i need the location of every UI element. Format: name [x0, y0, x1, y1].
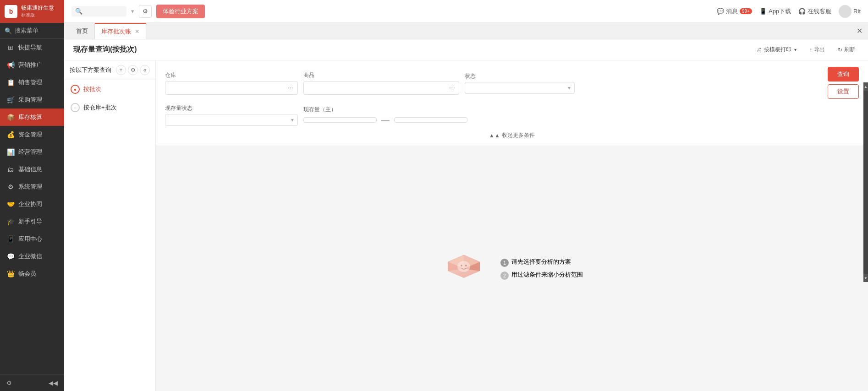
sidebar-item-quick-nav[interactable]: ⊞ 快捷导航 — [0, 39, 64, 56]
gear-icon: ⚙ — [143, 8, 148, 15]
plan-label: 按仓库+批次 — [83, 103, 117, 112]
online-service-button[interactable]: 🎧 在线客服 — [798, 7, 831, 16]
stock-qty-max-input[interactable] — [394, 117, 467, 123]
sidebar: b 畅康通好生意 标准版 🔍 搜索菜单 ⊞ 快捷导航 📢 营销推广 📋 销售管理… — [0, 0, 64, 391]
main-area: 🔍 ▾ ⚙ 体验行业方案 💬 消息 99+ 📱 App下载 🎧 在线客服 — [64, 0, 868, 391]
content-area: 按以下方案查询 + ⚙ « ● 按批次 ○ 按仓库+批次 — [64, 60, 868, 391]
filter-row-1: 仓库 ··· 商品 ··· 状态 — [165, 67, 859, 99]
sidebar-item-purchase[interactable]: 🛒 采购管理 — [0, 91, 64, 109]
sidebar-item-label: 畅会员 — [18, 270, 36, 278]
collapse-button[interactable]: ▲▲ 收起更多条件 — [489, 131, 535, 139]
tab-bar-close-button[interactable]: ✕ — [857, 27, 863, 35]
topbar-search-box[interactable]: 🔍 — [71, 6, 126, 16]
sidebar-item-label: 营销推广 — [18, 61, 42, 69]
sidebar-item-operations[interactable]: 📊 经营管理 — [0, 143, 64, 161]
sidebar-item-finance[interactable]: 💰 资金管理 — [0, 126, 64, 143]
phone-icon: 📱 — [759, 8, 767, 15]
warehouse-input[interactable]: ··· — [165, 81, 298, 95]
sidebar-item-label: 系统管理 — [18, 183, 42, 191]
stock-status-arrow[interactable]: ▾ — [291, 117, 294, 123]
topbar-search-input[interactable] — [85, 8, 113, 15]
sidebar-item-member[interactable]: 👑 畅会员 — [0, 265, 64, 282]
industry-button[interactable]: 体验行业方案 — [156, 5, 205, 18]
message-badge: 99+ — [740, 8, 752, 14]
message-label: 消息 — [726, 7, 738, 16]
sidebar-search[interactable]: 🔍 搜索菜单 — [0, 23, 64, 39]
warehouse-label: 仓库 — [165, 71, 298, 79]
panel-header: 按以下方案查询 + ⚙ « — [64, 60, 155, 80]
svg-point-4 — [457, 261, 470, 272]
message-button[interactable]: 💬 消息 99+ — [717, 7, 752, 16]
print-button[interactable]: 🖨 按模板打印 ▾ — [753, 44, 800, 55]
sidebar-item-enterprise[interactable]: 🤝 企业协同 — [0, 196, 64, 213]
export-button[interactable]: ↑ 导出 — [806, 44, 829, 55]
refresh-button[interactable]: ↻ 刷新 — [834, 44, 859, 55]
sidebar-item-label: 采购管理 — [18, 96, 42, 104]
panel-title: 按以下方案查询 — [70, 66, 111, 74]
sidebar-item-wechat[interactable]: 💬 企业微信 — [0, 248, 64, 265]
user-menu[interactable]: Rit — [839, 5, 861, 18]
sales-icon: 📋 — [6, 78, 15, 87]
settings-button[interactable]: 设置 — [828, 84, 859, 99]
tab-inventory-batch[interactable]: 库存批次账 ✕ — [95, 23, 146, 39]
stock-status-select[interactable]: ▾ — [165, 114, 298, 126]
step1-text: 请先选择要分析的方案 — [511, 258, 571, 266]
refresh-icon: ↻ — [838, 47, 842, 53]
status-arrow[interactable]: ▾ — [568, 85, 571, 91]
refresh-label: 刷新 — [844, 46, 855, 54]
inventory-icon: 📦 — [6, 113, 15, 121]
sidebar-item-inventory[interactable]: 📦 库存核算 — [0, 109, 64, 126]
goods-field: 商品 ··· — [303, 71, 459, 95]
topbar-actions: 💬 消息 99+ 📱 App下载 🎧 在线客服 Rit — [717, 5, 861, 18]
sidebar-item-sales[interactable]: 📋 销售管理 — [0, 74, 64, 91]
settings-plan-button[interactable]: ⚙ — [128, 65, 138, 75]
sidebar-item-guide[interactable]: 🎓 新手引导 — [0, 213, 64, 230]
goods-input[interactable]: ··· — [303, 81, 459, 95]
goods-dots[interactable]: ··· — [449, 84, 455, 92]
stock-qty-field: 现存量（主） — — [303, 106, 467, 125]
plan-item-warehouse-batch[interactable]: ○ 按仓库+批次 — [64, 98, 155, 117]
stock-qty-min-input[interactable] — [303, 117, 377, 123]
stock-status-field: 现存量状态 ▾ — [165, 104, 298, 126]
page-toolbar: 🖨 按模板打印 ▾ ↑ 导出 ↻ 刷新 — [753, 44, 859, 55]
page-title: 现存量查询(按批次) — [73, 45, 137, 54]
goods-label: 商品 — [303, 71, 459, 79]
app-download-label: App下载 — [769, 7, 791, 16]
add-plan-button[interactable]: + — [116, 65, 126, 75]
sidebar-item-label: 企业微信 — [18, 252, 42, 261]
step2-number: 2 — [500, 272, 509, 280]
scroll-down-arrow[interactable]: ▼ — [863, 274, 868, 282]
sidebar-item-app-center[interactable]: 📱 应用中心 — [0, 230, 64, 248]
plan-inactive-icon: ○ — [71, 103, 80, 112]
status-field: 状态 ▾ — [465, 72, 575, 94]
headset-icon: 🎧 — [798, 8, 806, 15]
print-dropdown-arrow[interactable]: ▾ — [794, 47, 797, 52]
purchase-icon: 🛒 — [6, 96, 15, 104]
app-download-button[interactable]: 📱 App下载 — [759, 7, 791, 16]
sidebar-settings-icon[interactable]: ⚙ — [6, 380, 12, 386]
sidebar-item-label: 库存核算 — [18, 113, 42, 121]
collapse-panel-button[interactable]: « — [140, 65, 150, 75]
sidebar-nav: ⊞ 快捷导航 📢 营销推广 📋 销售管理 🛒 采购管理 📦 库存核算 💰 资金管… — [0, 39, 64, 375]
status-select[interactable]: ▾ — [465, 82, 575, 94]
sidebar-item-label: 快捷导航 — [18, 43, 42, 52]
scroll-up-arrow[interactable]: ▲ — [863, 82, 868, 91]
sidebar-item-label: 新手引导 — [18, 217, 42, 226]
print-label: 按模板打印 — [764, 46, 791, 54]
tab-home[interactable]: 首页 — [70, 23, 95, 39]
sidebar-item-system[interactable]: ⚙ 系统管理 — [0, 178, 64, 196]
tab-close-button[interactable]: ✕ — [135, 28, 139, 35]
guide-icon: 🎓 — [6, 217, 15, 226]
plan-item-batch[interactable]: ● 按批次 — [64, 80, 155, 98]
topbar-dropdown-arrow[interactable]: ▾ — [131, 8, 134, 15]
sidebar-collapse-icon[interactable]: ◀◀ — [49, 380, 58, 386]
query-button[interactable]: 查询 — [828, 67, 859, 81]
member-icon: 👑 — [6, 270, 15, 278]
sidebar-item-basic[interactable]: 🗂 基础信息 — [0, 161, 64, 178]
warehouse-dots[interactable]: ··· — [288, 84, 294, 92]
sidebar-item-marketing[interactable]: 📢 营销推广 — [0, 56, 64, 74]
warehouse-field: 仓库 ··· — [165, 71, 298, 95]
tab-bar: 首页 库存批次账 ✕ ✕ — [64, 23, 868, 39]
operations-icon: 📊 — [6, 148, 15, 156]
topbar-settings-button[interactable]: ⚙ — [139, 5, 152, 18]
